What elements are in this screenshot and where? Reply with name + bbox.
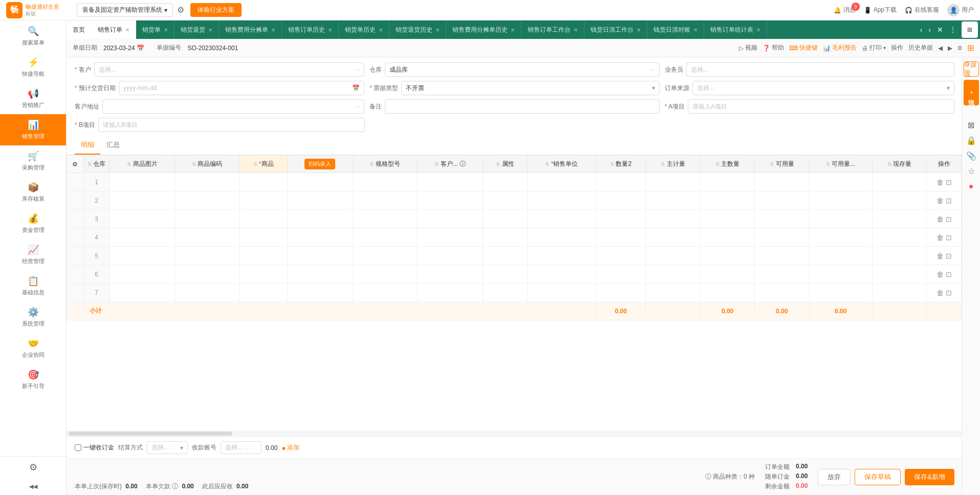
tab-9[interactable]: 销售订单工作台✕ bbox=[521, 20, 584, 39]
cell-goods-1[interactable] bbox=[288, 173, 353, 191]
cell-available2-6[interactable] bbox=[809, 265, 872, 284]
prev-btn[interactable]: ◀ bbox=[938, 45, 943, 52]
tab-close-7[interactable]: ✕ bbox=[435, 27, 440, 33]
sidebar-item-新手引导[interactable]: 🎯 新手引导 bbox=[0, 364, 66, 395]
cell-spec-6[interactable] bbox=[353, 265, 417, 284]
cell-warehouse-4[interactable] bbox=[110, 228, 175, 247]
tab-detail[interactable]: 明细 bbox=[75, 136, 100, 155]
cell-main-unit-2[interactable] bbox=[646, 191, 700, 210]
cell-code-1[interactable] bbox=[239, 173, 287, 191]
tab-summary[interactable]: 汇总 bbox=[100, 136, 126, 155]
checkout-select[interactable]: 选择... ▾ bbox=[147, 441, 188, 454]
tab-close-6[interactable]: ✕ bbox=[379, 27, 383, 33]
cell-unit-7[interactable] bbox=[527, 284, 596, 302]
tab-10[interactable]: 钱货日清工作台✕ bbox=[584, 20, 647, 39]
cell-available2-5[interactable] bbox=[809, 247, 872, 265]
tab-6[interactable]: 销货单历史✕ bbox=[339, 20, 389, 39]
cell-image-4[interactable] bbox=[175, 228, 239, 247]
cell-main-unit-7[interactable] bbox=[646, 284, 700, 302]
add-link[interactable]: ● 添加 bbox=[281, 443, 299, 452]
cell-goods-6[interactable] bbox=[288, 265, 353, 284]
cell-customer-code-4[interactable] bbox=[417, 228, 483, 247]
system-selector[interactable]: 装备及固定资产辅助管理系统 ▾ bbox=[77, 3, 173, 17]
date-value-field[interactable]: 2023-03-24 📅 bbox=[103, 45, 144, 52]
cell-main-qty-2[interactable] bbox=[700, 191, 754, 210]
delete-icon-3[interactable]: 🗑 bbox=[937, 215, 944, 223]
tab-0[interactable]: 首页 bbox=[67, 20, 92, 39]
history-link[interactable]: 历史单据 bbox=[908, 44, 933, 52]
shortcut-link[interactable]: ⌨ 快捷键 bbox=[789, 44, 818, 52]
help-link[interactable]: ❓ 帮助 bbox=[763, 44, 784, 52]
order-source-input[interactable]: 选择... ▾ bbox=[692, 81, 954, 95]
cell-attr-5[interactable] bbox=[483, 247, 528, 265]
copy-icon-6[interactable]: ⊡ bbox=[946, 270, 952, 278]
right-goods-btn[interactable]: +物流 bbox=[964, 80, 979, 105]
copy-icon-3[interactable]: ⊡ bbox=[946, 215, 952, 223]
cell-main-qty-1[interactable] bbox=[700, 173, 754, 191]
tab-close-8[interactable]: ✕ bbox=[511, 27, 515, 33]
cell-qty2-6[interactable] bbox=[596, 265, 646, 284]
address-input[interactable]: ··· bbox=[102, 99, 364, 114]
settings-icon[interactable]: ⚙ bbox=[177, 5, 184, 15]
cell-qty2-7[interactable] bbox=[596, 284, 646, 302]
cell-warehouse-1[interactable] bbox=[110, 173, 175, 191]
cell-qty2-1[interactable] bbox=[596, 173, 646, 191]
sidebar-collapse-btn[interactable]: ◀◀ bbox=[0, 478, 66, 495]
cell-goods-5[interactable] bbox=[288, 247, 353, 265]
copy-icon-1[interactable]: ⊡ bbox=[946, 178, 952, 186]
grid-icon[interactable]: ⊞ bbox=[967, 43, 974, 53]
sidebar-item-搜索菜单[interactable]: 🔍 搜索菜单 bbox=[0, 20, 66, 52]
grid-view-btn[interactable]: ⊞ bbox=[962, 21, 978, 38]
cell-available2-7[interactable] bbox=[809, 284, 872, 302]
sidebar-item-系统管理[interactable]: ⚙️ 系统管理 bbox=[0, 302, 66, 333]
copy-icon-4[interactable]: ⊡ bbox=[946, 233, 952, 242]
cell-available-2[interactable] bbox=[755, 191, 809, 210]
tab-5[interactable]: 销售订单历史✕ bbox=[282, 20, 339, 39]
cell-attr-2[interactable] bbox=[483, 191, 528, 210]
tab-4[interactable]: 销售费用分摊单✕ bbox=[219, 20, 282, 39]
cell-available2-3[interactable] bbox=[809, 210, 872, 228]
cell-available-3[interactable] bbox=[755, 210, 809, 228]
cell-unit-6[interactable] bbox=[527, 265, 596, 284]
cell-image-6[interactable] bbox=[175, 265, 239, 284]
tab-1[interactable]: 销售订单✕ bbox=[92, 20, 136, 39]
next-btn[interactable]: ▶ bbox=[948, 45, 952, 52]
tab-close-1[interactable]: ✕ bbox=[125, 27, 129, 33]
cell-stock-3[interactable] bbox=[872, 210, 926, 228]
sidebar-item-资金管理[interactable]: 💰 资金管理 bbox=[0, 208, 66, 239]
operation-link[interactable]: 操作 bbox=[891, 44, 903, 52]
cell-attr-1[interactable] bbox=[483, 173, 528, 191]
sidebar-item-企业协同[interactable]: 🤝 企业协同 bbox=[0, 333, 66, 364]
cell-main-qty-6[interactable] bbox=[700, 265, 754, 284]
cell-spec-1[interactable] bbox=[353, 173, 417, 191]
cell-unit-1[interactable] bbox=[527, 173, 596, 191]
cell-stock-6[interactable] bbox=[872, 265, 926, 284]
copy-icon-7[interactable]: ⊡ bbox=[946, 289, 952, 297]
cell-image-7[interactable] bbox=[175, 284, 239, 302]
cell-main-qty-3[interactable] bbox=[700, 210, 754, 228]
tab-close-5[interactable]: ✕ bbox=[328, 27, 332, 33]
cell-main-unit-3[interactable] bbox=[646, 210, 700, 228]
cell-spec-5[interactable] bbox=[353, 247, 417, 265]
cell-warehouse-7[interactable] bbox=[110, 284, 175, 302]
app-download-link[interactable]: 📱 App下载 bbox=[864, 6, 897, 14]
account-more-icon[interactable]: ··· bbox=[245, 444, 250, 451]
cell-spec-7[interactable] bbox=[353, 284, 417, 302]
cell-customer-code-7[interactable] bbox=[417, 284, 483, 302]
cell-unit-5[interactable] bbox=[527, 247, 596, 265]
cell-customer-code-3[interactable] bbox=[417, 210, 483, 228]
delete-icon-7[interactable]: 🗑 bbox=[937, 289, 944, 297]
discard-button[interactable]: 放弃 bbox=[818, 469, 851, 485]
tab-close-2[interactable]: ✕ bbox=[164, 27, 168, 33]
cell-unit-2[interactable] bbox=[527, 191, 596, 210]
sidebar-item-经营管理[interactable]: 📈 经营管理 bbox=[0, 239, 66, 270]
cell-attr-6[interactable] bbox=[483, 265, 528, 284]
cell-main-qty-7[interactable] bbox=[700, 284, 754, 302]
cell-image-5[interactable] bbox=[175, 247, 239, 265]
tab-7[interactable]: 销货退货历史✕ bbox=[389, 20, 446, 39]
cell-image-1[interactable] bbox=[175, 173, 239, 191]
tab-close-10[interactable]: ✕ bbox=[637, 27, 641, 33]
delivery-input[interactable]: yyyy-mm-dd 📅 bbox=[119, 81, 364, 95]
delete-icon-4[interactable]: 🗑 bbox=[937, 233, 944, 242]
a-project-input[interactable]: 请输入A项目 bbox=[688, 99, 954, 114]
